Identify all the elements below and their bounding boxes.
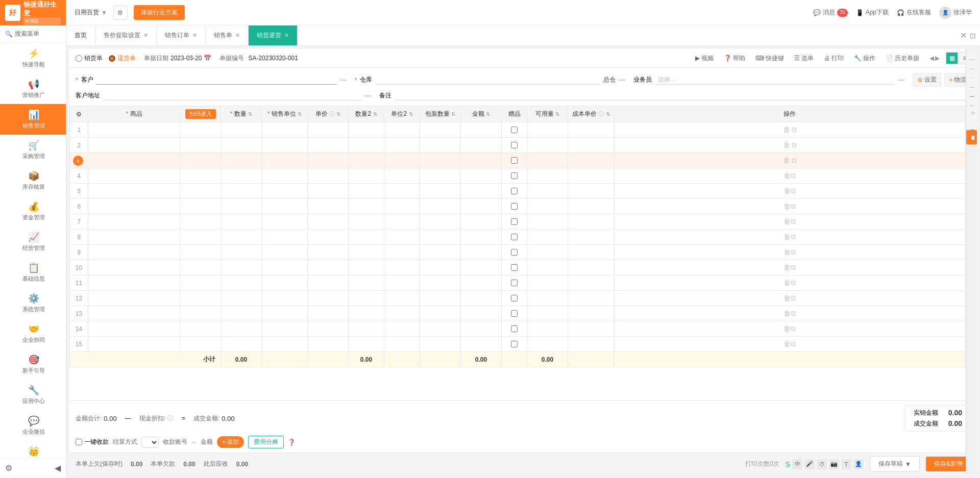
cost-cell[interactable] bbox=[568, 122, 615, 138]
customer-input[interactable] bbox=[96, 75, 337, 85]
right-tab-attach[interactable]: 附 bbox=[966, 51, 977, 59]
right-tab-attachment[interactable]: 附件 bbox=[966, 88, 977, 96]
close-sales-order-tab[interactable]: ✕ bbox=[192, 32, 197, 39]
unit2-cell[interactable] bbox=[384, 138, 420, 153]
delete-row-8[interactable]: 🗑 bbox=[783, 233, 791, 241]
prev-icon[interactable]: ◀ bbox=[929, 55, 934, 62]
tool-clock[interactable]: ⏱ bbox=[817, 459, 827, 469]
qty2-cell[interactable] bbox=[349, 122, 384, 138]
grid-view-icon[interactable]: ▦ bbox=[946, 52, 958, 64]
sidebar-item-sales[interactable]: 📊 销售管理 bbox=[0, 104, 66, 135]
gift-checkbox-7[interactable] bbox=[511, 218, 518, 225]
app-download-button[interactable]: 📱 App下载 bbox=[856, 8, 889, 17]
gift-checkbox-8[interactable] bbox=[511, 234, 518, 240]
sidebar-item-inventory[interactable]: 📦 库存核算 bbox=[0, 165, 66, 196]
copy-row-13[interactable]: ⧉ bbox=[791, 309, 796, 318]
tab-sales-order[interactable]: 销售订单 ✕ bbox=[157, 26, 206, 46]
th-gear[interactable]: ⚙ bbox=[70, 106, 88, 122]
cost-sort-icon[interactable]: ⇅ bbox=[606, 111, 610, 117]
gift-checkbox-14[interactable] bbox=[511, 325, 518, 332]
qty2-cell[interactable] bbox=[349, 153, 384, 168]
customer-dots[interactable]: ··· bbox=[339, 76, 346, 85]
right-tab-collect[interactable]: 收 bbox=[966, 97, 977, 105]
delete-row-12[interactable]: 🗑 bbox=[783, 294, 791, 302]
save-draft-button[interactable]: 保存草稿 ▼ bbox=[870, 456, 920, 472]
pkg-cell[interactable] bbox=[420, 122, 461, 138]
return-radio-input[interactable] bbox=[109, 55, 115, 62]
restore-window-icon[interactable]: ⊡ bbox=[970, 32, 976, 40]
pkg-cell[interactable] bbox=[420, 138, 461, 153]
sidebar-item-wechat[interactable]: 💬 企业微信 bbox=[0, 410, 66, 441]
add-payment-button[interactable]: + 添加 bbox=[217, 436, 244, 448]
tool-text[interactable]: T bbox=[841, 459, 851, 469]
gear-button[interactable]: ⚙ bbox=[113, 6, 128, 20]
copy-row-14[interactable]: ⧉ bbox=[791, 324, 796, 333]
right-tab-star[interactable]: ☆ bbox=[966, 106, 977, 120]
gift-cell[interactable] bbox=[502, 153, 527, 168]
save-new-button[interactable]: 保存&新增 bbox=[926, 457, 971, 471]
gift-cell[interactable] bbox=[502, 122, 527, 138]
gift-checkbox-11[interactable] bbox=[511, 280, 518, 286]
sidebar-item-member[interactable]: 👑 畅会员 bbox=[0, 441, 66, 458]
tab-sales-return[interactable]: 销货退货 ✕ bbox=[249, 26, 298, 46]
close-window-icon[interactable]: ✕ bbox=[960, 31, 967, 40]
help-btn[interactable]: ❓ 帮助 bbox=[721, 53, 748, 64]
copy-row-3[interactable]: ⧉ bbox=[792, 156, 797, 165]
gift-checkbox-13[interactable] bbox=[511, 310, 518, 317]
gift-checkbox-2[interactable] bbox=[511, 142, 518, 148]
tool-person[interactable]: 👤 bbox=[853, 459, 864, 469]
pkg-cell[interactable] bbox=[420, 153, 461, 168]
return-radio[interactable]: 退货单 bbox=[109, 54, 136, 63]
user-profile[interactable]: 👤 徐泽华 bbox=[939, 7, 972, 19]
fee-split-help[interactable]: ❓ bbox=[288, 439, 296, 446]
collapse-icon[interactable]: ◀ bbox=[55, 463, 61, 473]
cash-discount-info[interactable]: ⓘ bbox=[167, 414, 174, 423]
gift-checkbox-6[interactable] bbox=[511, 203, 518, 210]
warehouse-input[interactable] bbox=[375, 75, 600, 85]
delete-row-6[interactable]: 🗑 bbox=[783, 202, 791, 210]
shortcut-btn[interactable]: ⌨ 快捷键 bbox=[752, 53, 787, 64]
delete-row-10[interactable]: 🗑 bbox=[783, 263, 791, 271]
qty-cell[interactable] bbox=[221, 138, 262, 153]
gift-checkbox-10[interactable] bbox=[511, 264, 518, 271]
tool-zh[interactable]: 中 bbox=[792, 459, 802, 469]
delete-row-3[interactable]: 🗑 bbox=[783, 156, 790, 164]
experience-button[interactable]: 体验行业方案 bbox=[134, 5, 185, 20]
gift-checkbox-9[interactable] bbox=[511, 249, 518, 256]
amount-cell[interactable] bbox=[461, 138, 502, 153]
unit-cell[interactable] bbox=[262, 122, 308, 138]
select-btn[interactable]: ☰ 选单 bbox=[791, 53, 817, 64]
sidebar-item-basic-info[interactable]: 📋 基础信息 bbox=[0, 257, 66, 288]
price-cell[interactable] bbox=[308, 122, 349, 138]
sidebar-item-operations[interactable]: 📈 经营管理 bbox=[0, 227, 66, 257]
one-key-payment[interactable]: 一键收款 bbox=[76, 438, 109, 446]
copy-row-7[interactable]: ⧉ bbox=[791, 217, 796, 226]
gift-checkbox-5[interactable] bbox=[511, 188, 518, 194]
right-tab-review[interactable]: 审 bbox=[966, 69, 977, 78]
gift-checkbox-15[interactable] bbox=[511, 341, 518, 347]
gift-checkbox-3[interactable] bbox=[511, 157, 518, 164]
copy-row-6[interactable]: ⧉ bbox=[791, 202, 796, 211]
warehouse-dots[interactable]: ··· bbox=[619, 76, 625, 85]
product-cell[interactable] bbox=[88, 138, 180, 153]
unit2-cell[interactable] bbox=[384, 153, 420, 168]
gift-checkbox-12[interactable] bbox=[511, 295, 518, 301]
tool-mic[interactable]: 🎤 bbox=[804, 459, 815, 469]
delete-row-1[interactable]: 🗑 bbox=[783, 125, 790, 134]
tool-camera[interactable]: 📷 bbox=[829, 459, 839, 469]
pkg-sort-icon[interactable]: ⇅ bbox=[451, 111, 455, 117]
operate-btn[interactable]: 🔧 操作 bbox=[851, 53, 878, 64]
price-cell[interactable] bbox=[308, 153, 349, 168]
print-btn[interactable]: 🖨 打印 bbox=[821, 53, 847, 64]
available-cell[interactable] bbox=[527, 138, 568, 153]
product-cell-active[interactable] bbox=[88, 153, 180, 168]
setting-button[interactable]: ⚙ 设置 bbox=[913, 73, 941, 87]
add-row-cell[interactable]: + bbox=[70, 153, 88, 168]
address-input[interactable] bbox=[103, 91, 361, 100]
sidebar-item-purchase[interactable]: 🛒 采购管理 bbox=[0, 135, 66, 165]
unit-cell[interactable] bbox=[262, 153, 308, 168]
unit2-sort-icon[interactable]: ⇅ bbox=[409, 111, 413, 117]
remark-input[interactable] bbox=[395, 91, 971, 100]
delete-row-4[interactable]: 🗑 bbox=[783, 171, 791, 180]
product-input-1[interactable] bbox=[91, 127, 177, 134]
